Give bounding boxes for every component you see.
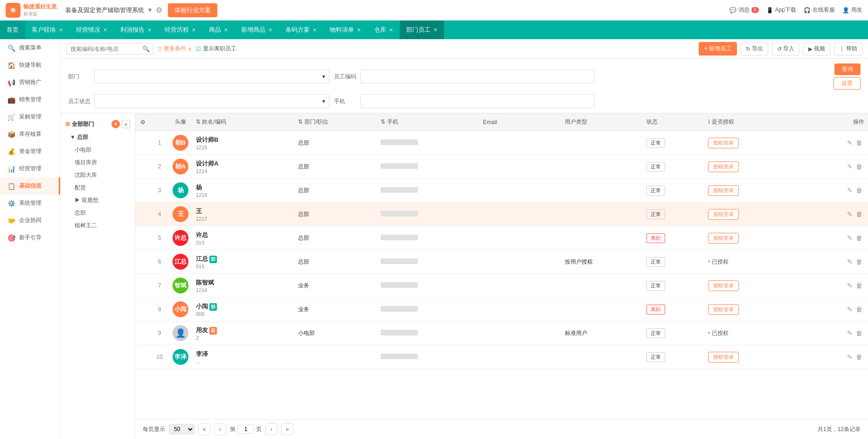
edit-btn[interactable]: ✎ [847, 306, 853, 313]
nav-dept-employee[interactable]: 部门员工 ✕ [400, 21, 444, 39]
close-icon[interactable]: ✕ [147, 27, 152, 33]
auth-login-btn[interactable]: 授权登录 [708, 280, 739, 291]
last-page-btn[interactable]: » [281, 423, 293, 435]
page-number-input[interactable] [237, 425, 254, 434]
dept-item-xiangmu[interactable]: 项目库房 [61, 156, 135, 169]
sidebar-item-search[interactable]: 🔍 搜索菜单 [0, 39, 60, 56]
close-icon[interactable]: ✕ [192, 27, 196, 33]
first-page-btn[interactable]: « [198, 423, 210, 435]
dept-select[interactable]: ▾ [94, 70, 329, 84]
delete-btn[interactable]: 🗑 [856, 139, 862, 146]
page-size-select[interactable]: 50 20 100 [169, 424, 194, 434]
delete-btn[interactable]: 🗑 [856, 187, 862, 194]
system-dropdown-icon[interactable]: ▼ [147, 7, 153, 14]
delete-btn[interactable]: 🗑 [856, 210, 862, 218]
auth-login-btn[interactable]: 授权登录 [708, 352, 739, 362]
query-button[interactable]: 查询 [834, 63, 861, 75]
auth-login-btn[interactable]: 授权登录 [708, 185, 739, 196]
search-icon-btn[interactable]: 🔍 [142, 45, 150, 52]
dept-item-zhishu[interactable]: 植树王二 [61, 219, 135, 232]
close-icon[interactable]: ✕ [433, 27, 437, 33]
dept-item-shuanglu[interactable]: ▶ 双鹿想 [61, 194, 135, 207]
close-icon[interactable]: ✕ [103, 27, 107, 33]
search-input[interactable] [70, 46, 140, 52]
edit-btn[interactable]: ✎ [847, 210, 853, 218]
edit-btn[interactable]: ✎ [847, 329, 853, 337]
next-page-btn[interactable]: › [265, 423, 278, 435]
status-select[interactable]: ▾ [94, 94, 329, 108]
trial-button[interactable]: 体验行业方案 [168, 3, 217, 17]
edit-btn[interactable]: ✎ [847, 139, 853, 146]
nav-barcode[interactable]: 条码方案 ✕ [279, 21, 323, 39]
auth-login-btn[interactable]: 授权登录 [708, 161, 739, 172]
dept-item-xiaodibu[interactable]: 小电部 [61, 144, 135, 156]
add-employee-button[interactable]: + 新增员工 [699, 42, 737, 56]
help-button[interactable]: ｜ 帮助 [834, 42, 862, 56]
video-button[interactable]: ▶ 视频 [803, 42, 830, 56]
import-button[interactable]: ↺ 导入 [772, 42, 799, 56]
settings-icon[interactable]: ⚙ [156, 6, 162, 14]
dept-item-shenyang[interactable]: 沈阳大库 [61, 169, 135, 181]
delete-btn[interactable]: 🗑 [856, 258, 862, 265]
close-icon[interactable]: ✕ [59, 27, 63, 33]
more-filter-btn[interactable]: ▽ 更多条件 ∧ [158, 45, 192, 53]
sidebar-item-purchase[interactable]: 🛒 采购管理 [0, 108, 60, 125]
delete-btn[interactable]: 🗑 [856, 329, 862, 337]
set-button[interactable]: 设置 [833, 77, 861, 90]
close-icon[interactable]: ✕ [224, 27, 228, 33]
online-service-btn[interactable]: 🎧 在线客服 [804, 6, 835, 14]
sidebar-item-finance[interactable]: 💰 资金管理 [0, 143, 60, 160]
message-btn[interactable]: 💬 消息 5 [729, 6, 759, 14]
nav-bom[interactable]: 物料清单 ✕ [323, 21, 368, 39]
app-download-btn[interactable]: 📱 App下载 [766, 6, 796, 14]
show-resigned-toggle[interactable]: ☑ 显示离职员工 [196, 45, 236, 53]
nav-customer[interactable]: 客户联络 ✕ [25, 21, 69, 39]
delete-btn[interactable]: 🗑 [856, 282, 862, 289]
dept-item-peihuo[interactable]: 配货 [61, 181, 135, 194]
auth-login-btn[interactable]: 授权登录 [708, 304, 739, 315]
dept-item-zongbu-parent[interactable]: ▼ 总部 [61, 131, 135, 144]
user-btn[interactable]: 👤 用友 [842, 6, 862, 14]
delete-btn[interactable]: 🗑 [856, 163, 862, 170]
sidebar-item-basic[interactable]: 📋 基础信息 [0, 177, 60, 195]
edit-btn[interactable]: ✎ [847, 353, 853, 361]
sidebar-item-system[interactable]: ⚙️ 系统管理 [0, 195, 60, 212]
close-icon[interactable]: ✕ [389, 27, 393, 33]
col-name-header[interactable]: ⇅ 姓名/编码 [192, 113, 294, 131]
col-phone-header[interactable]: ⇅ 手机 [377, 113, 479, 131]
delete-btn[interactable]: 🗑 [856, 306, 862, 313]
nav-goods[interactable]: 商品 ✕ [202, 21, 235, 39]
auth-login-btn[interactable]: 授权登录 [708, 138, 739, 148]
dept-collapse-btn[interactable]: « [122, 120, 130, 128]
edit-btn[interactable]: ✎ [847, 282, 853, 289]
sidebar-item-collab[interactable]: 🤝 企业协同 [0, 212, 60, 229]
nav-profit[interactable]: 利润报告 ✕ [114, 21, 158, 39]
sidebar-item-guide[interactable]: 🎯 新手引导 [0, 229, 60, 246]
edit-btn[interactable]: ✎ [847, 163, 853, 170]
delete-btn[interactable]: 🗑 [856, 353, 862, 361]
close-icon[interactable]: ✕ [268, 27, 272, 33]
nav-history[interactable]: 经营历程 ✕ [158, 21, 202, 39]
sidebar-item-nav[interactable]: 🏠 快捷导航 [0, 56, 60, 74]
sidebar-item-marketing[interactable]: 📢 营销推广 [0, 74, 60, 91]
prev-page-btn[interactable]: ‹ [214, 423, 226, 435]
close-icon[interactable]: ✕ [312, 27, 317, 33]
edit-btn[interactable]: ✎ [847, 258, 853, 265]
col-dept-header[interactable]: ⇅ 部门/职位 [294, 113, 377, 131]
nav-home[interactable]: 首页 [0, 21, 25, 39]
phone-input[interactable] [360, 94, 595, 108]
nav-operation[interactable]: 经营情况 ✕ [69, 21, 114, 39]
sidebar-item-management[interactable]: 📊 经营管理 [0, 160, 60, 177]
auth-login-btn[interactable]: 授权登录 [708, 233, 739, 244]
edit-btn[interactable]: ✎ [847, 234, 853, 242]
delete-btn[interactable]: 🗑 [856, 234, 862, 242]
sidebar-item-sales[interactable]: 💼 销售管理 [0, 91, 60, 108]
col-settings[interactable]: ⚙ [135, 113, 150, 131]
sidebar-item-inventory[interactable]: 📦 库存核算 [0, 125, 60, 143]
edit-btn[interactable]: ✎ [847, 187, 853, 194]
export-button[interactable]: ↻ 导出 [741, 42, 768, 56]
dept-item-zongbu[interactable]: 总部 [61, 207, 135, 219]
auth-login-btn[interactable]: 授权登录 [708, 209, 739, 220]
emp-code-input[interactable] [360, 70, 595, 84]
close-icon[interactable]: ✕ [357, 27, 361, 33]
